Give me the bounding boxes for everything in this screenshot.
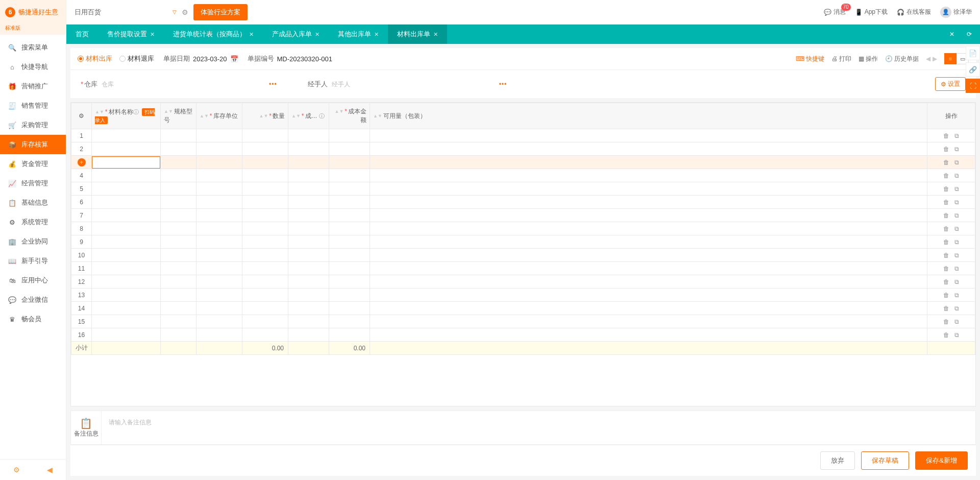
- nav-item-9[interactable]: ⚙系统管理: [0, 212, 66, 232]
- settings-icon[interactable]: ⚙: [13, 466, 20, 474]
- row-copy-icon[interactable]: ⧉: [954, 305, 959, 312]
- row-copy-icon[interactable]: ⧉: [954, 265, 959, 272]
- table-row[interactable]: 11🗑⧉: [71, 262, 975, 275]
- discard-button[interactable]: 放弃: [820, 451, 855, 470]
- row-copy-icon[interactable]: ⧉: [954, 252, 959, 259]
- nav-item-13[interactable]: 💬企业微信: [0, 290, 66, 309]
- gear-icon[interactable]: ⚙: [182, 8, 188, 16]
- table-row[interactable]: 9🗑⧉: [71, 235, 975, 249]
- nav-item-1[interactable]: ⌂快捷导航: [0, 57, 66, 77]
- remark-tab[interactable]: 📋 备注信息: [71, 411, 102, 444]
- row-copy-icon[interactable]: ⧉: [954, 278, 959, 285]
- row-delete-icon[interactable]: 🗑: [943, 199, 949, 206]
- table-row[interactable]: 16🗑⧉: [71, 328, 975, 342]
- tab-1[interactable]: 售价提取设置✕: [98, 25, 164, 44]
- save-draft-button[interactable]: 保存草稿: [861, 451, 909, 470]
- trial-button[interactable]: 体验行业方案: [193, 4, 248, 20]
- nav-item-12[interactable]: 🛍应用中心: [0, 271, 66, 290]
- row-copy-icon[interactable]: ⧉: [954, 146, 959, 153]
- messages-button[interactable]: 💬 消息 70: [824, 8, 846, 16]
- row-copy-icon[interactable]: ⧉: [954, 292, 959, 299]
- row-delete-icon[interactable]: 🗑: [943, 318, 949, 325]
- material-name-input[interactable]: [92, 156, 160, 169]
- row-delete-icon[interactable]: 🗑: [943, 292, 949, 299]
- settings-button[interactable]: ⚙设置: [935, 77, 966, 91]
- table-row[interactable]: 13🗑⧉: [71, 289, 975, 302]
- row-copy-icon[interactable]: ⧉: [954, 159, 959, 166]
- row-delete-icon[interactable]: 🗑: [943, 278, 949, 285]
- row-copy-icon[interactable]: ⧉: [954, 331, 959, 339]
- tab-0[interactable]: 首页: [66, 25, 98, 44]
- row-copy-icon[interactable]: ⧉: [954, 238, 959, 246]
- tab-close-icon[interactable]: ✕: [433, 31, 438, 38]
- col-spec[interactable]: ▲▼规格型号: [161, 103, 197, 129]
- category-select[interactable]: 日用百货 ▽: [75, 5, 177, 19]
- handler-lookup[interactable]: •••: [499, 81, 507, 88]
- table-row[interactable]: +🗑⧉: [71, 156, 975, 169]
- row-copy-icon[interactable]: ⧉: [954, 132, 959, 139]
- table-row[interactable]: 15🗑⧉: [71, 315, 975, 328]
- col-qty[interactable]: ▲▼*数量: [242, 103, 288, 129]
- tab-close-icon[interactable]: ✕: [374, 31, 379, 38]
- table-row[interactable]: 12🗑⧉: [71, 275, 975, 289]
- table-row[interactable]: 8🗑⧉: [71, 222, 975, 235]
- nav-item-4[interactable]: 🛒采购管理: [0, 115, 66, 135]
- nav-item-8[interactable]: 📋基础信息: [0, 193, 66, 212]
- col-unit[interactable]: ▲▼*库存单位: [197, 103, 242, 129]
- table-row[interactable]: 2🗑⧉: [71, 142, 975, 156]
- row-delete-icon[interactable]: 🗑: [943, 159, 949, 166]
- row-copy-icon[interactable]: ⧉: [954, 225, 959, 232]
- col-amount[interactable]: ▲▼*成本金额: [329, 103, 370, 129]
- row-delete-icon[interactable]: 🗑: [943, 172, 949, 179]
- tab-2[interactable]: 进货单统计表（按商品）✕: [164, 25, 263, 44]
- tab-5[interactable]: 材料出库单✕: [388, 25, 447, 44]
- row-delete-icon[interactable]: 🗑: [943, 185, 949, 193]
- print-button[interactable]: 🖨打印: [831, 55, 851, 63]
- radio-material-back[interactable]: 材料退库: [119, 54, 154, 63]
- col-available[interactable]: ▲▼可用量（包装）: [370, 103, 927, 129]
- warehouse-lookup[interactable]: •••: [269, 81, 277, 88]
- table-row[interactable]: 6🗑⧉: [71, 196, 975, 209]
- row-copy-icon[interactable]: ⧉: [954, 185, 959, 193]
- history-button[interactable]: 🕘历史单据: [885, 55, 919, 63]
- row-copy-icon[interactable]: ⧉: [954, 172, 959, 179]
- table-row[interactable]: 7🗑⧉: [71, 209, 975, 222]
- tab-close-icon[interactable]: ✕: [150, 31, 155, 38]
- row-delete-icon[interactable]: 🗑: [943, 225, 949, 232]
- row-copy-icon[interactable]: ⧉: [954, 318, 959, 325]
- row-delete-icon[interactable]: 🗑: [943, 146, 949, 153]
- col-config[interactable]: ⚙: [71, 103, 92, 129]
- prev-record[interactable]: ◀: [926, 55, 930, 62]
- next-record[interactable]: ▶: [933, 55, 937, 62]
- collapse-icon[interactable]: ◀: [47, 466, 53, 474]
- operation-button[interactable]: ▦操作: [859, 55, 878, 63]
- shortcut-button[interactable]: ⌨快捷键: [796, 55, 824, 63]
- gutter-expand[interactable]: ⛶: [966, 79, 980, 93]
- handler-input[interactable]: [332, 78, 495, 91]
- radio-material-out[interactable]: 材料出库: [78, 54, 112, 63]
- view-list[interactable]: ≡: [944, 53, 957, 64]
- warehouse-input[interactable]: [102, 78, 265, 91]
- tab-close-icon[interactable]: ✕: [315, 31, 320, 38]
- row-delete-icon[interactable]: 🗑: [943, 252, 949, 259]
- nav-item-11[interactable]: 📖新手引导: [0, 251, 66, 271]
- tab-close-icon[interactable]: ✕: [249, 31, 254, 38]
- nav-item-0[interactable]: 🔍搜索菜单: [0, 38, 66, 57]
- row-delete-icon[interactable]: 🗑: [943, 265, 949, 272]
- add-row-button[interactable]: +: [78, 158, 86, 166]
- row-copy-icon[interactable]: ⧉: [954, 199, 959, 206]
- nav-item-7[interactable]: 📈经营管理: [0, 174, 66, 193]
- calendar-icon[interactable]: 📅: [230, 55, 238, 63]
- app-download-button[interactable]: 📱 App下载: [855, 8, 888, 16]
- row-delete-icon[interactable]: 🗑: [943, 238, 949, 246]
- tab-3[interactable]: 产成品入库单✕: [263, 25, 329, 44]
- tab-close-current[interactable]: ✕: [945, 29, 959, 40]
- row-delete-icon[interactable]: 🗑: [943, 132, 949, 139]
- nav-item-10[interactable]: 🏢企业协同: [0, 232, 66, 251]
- user-menu[interactable]: 👤 徐泽华: [940, 7, 972, 18]
- table-row[interactable]: 5🗑⧉: [71, 182, 975, 196]
- table-row[interactable]: 14🗑⧉: [71, 302, 975, 315]
- nav-item-6[interactable]: 💰资金管理: [0, 154, 66, 174]
- tab-4[interactable]: 其他出库单✕: [329, 25, 388, 44]
- remark-input[interactable]: [102, 411, 975, 441]
